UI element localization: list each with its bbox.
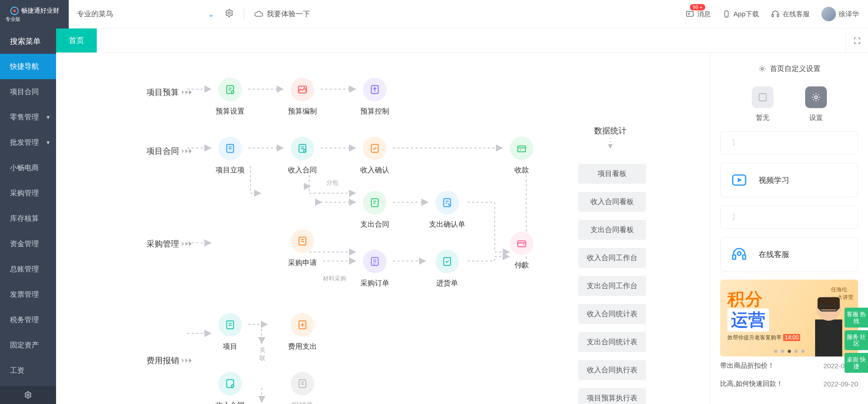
node-income-contract[interactable]: 收入合同 [284,137,321,175]
svg-rect-32 [226,321,233,328]
promo-sub: 效帮你提升老客复购率 14:00 [727,334,800,342]
node-pay[interactable]: 付款 [504,232,540,270]
rpanel-title[interactable]: 首页自定义设置 [710,53,868,85]
user-name: 徐泽华 [839,10,859,19]
node-income-ack[interactable]: 收入确认 [357,137,393,175]
quick-video-learning[interactable]: 视频学习 [720,163,858,197]
stat-button-2[interactable]: 支出合同看板 [578,220,646,240]
org-selector[interactable]: 专业的菜鸟 ⌄ [77,10,214,19]
float-community[interactable]: 服务 社区 [844,330,868,350]
sidebar-item-8[interactable]: 资金管理 [0,231,56,257]
caret-down-icon: ▼ [46,140,51,145]
sidebar: 搜索菜单快捷导航项目合同零售管理▼批发管理▼小畅电商采购管理库存核算资金管理总账… [0,29,56,404]
svg-rect-22 [299,144,306,152]
svg-rect-31 [518,241,525,247]
section-procurement: 采购管理 [146,238,192,249]
messages-label: 消息 [697,10,711,19]
arrow-tri-icon [182,90,192,95]
tile-settings-label: 设置 [809,114,823,122]
stat-button-6[interactable]: 支出合同统计表 [578,332,646,352]
sidebar-item-5[interactable]: 小畅电商 [0,155,56,181]
sidebar-item-7[interactable]: 库存核算 [0,206,56,231]
node-purchase-req[interactable]: 采购申请 [284,229,321,268]
node-expense-form[interactable]: 报销单 [284,372,321,404]
node-out-ack[interactable]: 支出确认单 [429,191,465,229]
sidebar-item-3[interactable]: 零售管理▼ [0,105,56,130]
stat-button-0[interactable]: 项目看板 [578,164,646,184]
org-settings-icon[interactable] [225,9,234,19]
node-po[interactable]: 采购订单 [357,250,393,288]
quick-online-service[interactable]: 在线客服 [720,237,858,271]
arrow-tri-icon [182,242,192,246]
svg-rect-41 [733,255,736,260]
sidebar-settings-button[interactable] [0,386,56,404]
stat-button-8[interactable]: 项目预算执行表 [578,388,646,404]
sidebar-item-4[interactable]: 批发管理▼ [0,130,56,155]
sidebar-item-13[interactable]: 工资 [0,358,56,383]
avatar [821,7,836,21]
svg-rect-17 [226,86,233,93]
stat-button-4[interactable]: 支出合同工作台 [578,276,646,296]
node-expense[interactable]: 费用支出 [284,313,321,352]
sidebar-item-6[interactable]: 采购管理 [0,181,56,206]
stat-button-5[interactable]: 收入合同统计表 [578,304,646,324]
news-title: 比高,如何快速回款！ [720,380,783,388]
stat-button-3[interactable]: 收入合同工作台 [578,248,646,268]
node-out-contract[interactable]: 支出合同 [357,191,393,229]
sidebar-item-10[interactable]: 发票管理 [0,282,56,307]
svg-rect-5 [772,14,774,17]
node-budget-ctrl[interactable]: 预算控制 [357,78,393,116]
tile-none[interactable]: 暂无 [752,86,774,122]
stats-button-column: 项目看板收入合同看板支出合同看板收入合同工作台支出合同工作台收入合同统计表支出合… [578,164,646,404]
app-download-link[interactable]: App下载 [722,10,759,19]
svg-point-7 [27,394,29,396]
node-project-init[interactable]: 项目立项 [212,137,248,175]
sidebar-item-11[interactable]: 税务管理 [0,307,56,333]
node-goods-in[interactable]: 进货单 [429,250,465,288]
sidebar-item-1[interactable]: 快捷导航 [0,54,56,79]
node-budget-edit[interactable]: 预算编制 [284,78,321,116]
tab-home[interactable]: 首页 [56,29,97,52]
floating-support-buttons: 客服 热线 服务 社区 桌面 快捷 [844,308,868,373]
tile-settings[interactable]: 设置 [805,86,827,122]
svg-point-2 [228,12,231,14]
sidebar-item-2[interactable]: 项目合同 [0,79,56,105]
caret-down-icon: ▼ [46,114,51,120]
node-project[interactable]: 项目 [212,313,248,352]
stat-button-1[interactable]: 收入合同看板 [578,192,646,212]
sidebar-item-0[interactable]: 搜索菜单 [0,29,56,54]
promo-banner[interactable]: 积分 运营 效帮你提升老客复购率 14:00 任海伦▭ 大讲堂 [720,280,858,356]
node-budget-set[interactable]: 预算设置 [212,78,248,116]
float-hotline[interactable]: 客服 热线 [844,308,868,328]
quick-video-label: 视频学习 [759,175,789,185]
sidebar-item-12[interactable]: 固定资产 [0,333,56,358]
node-income-contract-2[interactable]: 收入合同 [212,372,248,404]
label-assoc-b: 联 [259,354,265,362]
float-desktop-shortcut[interactable]: 桌面 快捷 [844,353,868,373]
svg-rect-3 [687,11,693,16]
video-icon [731,171,748,189]
news-row-0[interactable]: 带出商品折扣价！2022-09-20 [720,356,858,375]
section-budget: 项目预算 [146,87,192,98]
sidebar-item-9[interactable]: 总账管理 [0,257,56,282]
tile-settings-icon [805,86,827,108]
partial-card-mid[interactable]: 〕 [720,205,858,229]
workflow-canvas[interactable]: 项目预算 项目合同 采购管理 费用报销 预算设置 预算编制 预算控制 项目立项 … [56,53,710,404]
headset-icon [771,10,780,19]
stat-button-7[interactable]: 收入合同执行表 [578,360,646,380]
headset-icon [731,246,748,263]
experience-link[interactable]: 我要体验一下 [254,10,310,19]
user-menu[interactable]: 徐泽华 [821,7,859,21]
svg-rect-34 [226,380,233,387]
news-row-1[interactable]: 比高,如何快速回款！2022-09-20 [720,375,858,393]
fullscreen-button[interactable] [845,29,868,53]
gear-icon [24,391,32,399]
product-edition: 专业版 [5,16,20,23]
carousel-dots[interactable] [774,350,804,353]
partial-card-top[interactable]: 〕 [720,131,858,155]
node-receipt[interactable]: 收款 [504,137,540,175]
top-header: 畅捷通好业财 专业版 专业的菜鸟 ⌄ 我要体验一下 99 + 消息 App下载 … [0,0,868,29]
messages-link[interactable]: 99 + 消息 [685,10,711,19]
online-service-link[interactable]: 在线客服 [771,10,810,19]
svg-point-43 [737,252,741,255]
